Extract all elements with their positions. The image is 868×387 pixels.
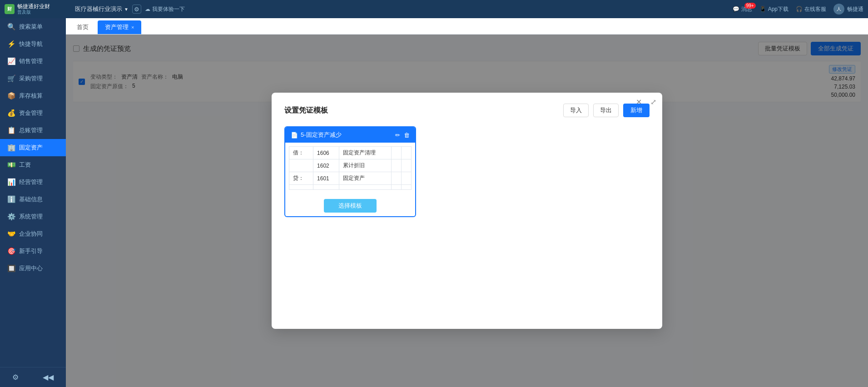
sidebar-collapse-icon[interactable]: ◀◀ bbox=[41, 371, 55, 383]
entry-code-1: 1602 bbox=[313, 159, 339, 172]
entry-code-0: 1606 bbox=[313, 147, 339, 159]
window-controls: ✕ ⤢ bbox=[633, 96, 659, 107]
sidebar-settings-icon[interactable]: ⚙ bbox=[10, 371, 20, 383]
sidebar: 🔍 搜索菜单 ⚡ 快捷导航 📈 销售管理 🛒 采购管理 📦 库存核算 💰 资金管… bbox=[0, 18, 66, 387]
sidebar-item-capital[interactable]: 💰 资金管理 bbox=[0, 104, 66, 122]
sidebar-label: 应用中心 bbox=[19, 264, 43, 273]
tab-home-label: 首页 bbox=[77, 23, 89, 31]
template-card-body: 借： 1606 固定资产清理 1602 累计折旧 bbox=[285, 143, 415, 194]
modal-title: 设置凭证模板 bbox=[284, 106, 328, 115]
sidebar-label: 快捷导航 bbox=[19, 40, 43, 48]
app-center-icon: 🔲 bbox=[7, 264, 15, 273]
sidebar-item-enterprise[interactable]: 🤝 企业协同 bbox=[0, 225, 66, 243]
app-download-button[interactable]: 📱 App下载 bbox=[759, 5, 789, 13]
template-entry-row bbox=[289, 185, 412, 190]
template-card-header: 📄 5-固定资产减少 ✏ 🗑 bbox=[285, 127, 415, 143]
sidebar-label: 经营管理 bbox=[19, 178, 43, 186]
entry-debit-0 bbox=[391, 147, 401, 159]
template-edit-icon[interactable]: ✏ bbox=[395, 132, 400, 139]
export-button[interactable]: 导出 bbox=[593, 104, 619, 117]
company-name: 医疗器械行业演示 bbox=[75, 5, 122, 13]
entry-direction-2: 贷： bbox=[289, 172, 313, 185]
logo-line2: 普及版 bbox=[17, 10, 50, 15]
entry-subject-2: 固定资产 bbox=[339, 172, 391, 185]
sidebar-item-inventory[interactable]: 📦 库存核算 bbox=[0, 87, 66, 104]
settings-icon[interactable]: ⚙ bbox=[132, 5, 141, 14]
sidebar-label: 基础信息 bbox=[19, 195, 43, 203]
capital-icon: 💰 bbox=[7, 109, 15, 117]
sidebar-item-purchase[interactable]: 🛒 采购管理 bbox=[0, 70, 66, 87]
app-download-label: App下载 bbox=[768, 5, 789, 13]
sidebar-label: 搜索菜单 bbox=[19, 23, 43, 31]
modal-set-voucher-template: ✕ ⤢ 设置凭证模板 导入 导出 新增 📄 bbox=[272, 93, 662, 329]
sidebar-item-operations[interactable]: 📊 经营管理 bbox=[0, 174, 66, 191]
topbar-right: 💬 消息 99+ 📱 App下载 🎧 在线客服 人 畅捷通 bbox=[733, 4, 863, 15]
sidebar-label: 采购管理 bbox=[19, 74, 43, 83]
template-header-actions: ✏ 🗑 bbox=[395, 132, 410, 139]
experience-icon: ☁ bbox=[145, 6, 150, 12]
fixed-assets-icon: 🏢 bbox=[7, 144, 15, 152]
logo-icon: 财 bbox=[5, 4, 15, 14]
entry-credit-2 bbox=[401, 172, 411, 185]
topbar: 财 畅捷通好业财 普及版 医疗器械行业演示 ▼ ⚙ ☁ 我要体验一下 💬 消息 … bbox=[0, 0, 868, 18]
sidebar-item-ledger[interactable]: 📋 总账管理 bbox=[0, 122, 66, 139]
experience-link[interactable]: ☁ 我要体验一下 bbox=[145, 5, 185, 13]
company-selector[interactable]: 医疗器械行业演示 ▼ bbox=[75, 5, 129, 13]
select-template-button[interactable]: 选择模板 bbox=[324, 199, 377, 213]
sidebar-item-guide[interactable]: 🎯 新手引导 bbox=[0, 243, 66, 260]
sidebar-item-sales[interactable]: 📈 销售管理 bbox=[0, 53, 66, 70]
template-entry-row: 借： 1606 固定资产清理 bbox=[289, 147, 412, 159]
user-menu[interactable]: 人 畅捷通 bbox=[833, 4, 863, 15]
sidebar-item-system[interactable]: ⚙️ 系统管理 bbox=[0, 208, 66, 225]
sidebar-label: 总账管理 bbox=[19, 126, 43, 134]
tab-asset-mgmt[interactable]: 资产管理 × bbox=[98, 20, 141, 34]
sidebar-item-fixed-assets[interactable]: 🏢 固定资产 bbox=[0, 139, 66, 156]
sidebar-item-quick-nav[interactable]: ⚡ 快捷导航 bbox=[0, 35, 66, 53]
template-number: 5 bbox=[301, 131, 304, 138]
entry-direction-1 bbox=[289, 159, 313, 172]
sidebar-label: 新手引导 bbox=[19, 247, 43, 255]
content-area: 生成的凭证预览 批量凭证模板 全部生成凭证 ✓ 变动类型： 资产清 资产名称： bbox=[66, 35, 868, 387]
download-icon: 📱 bbox=[759, 6, 766, 12]
sidebar-label: 企业协同 bbox=[19, 230, 43, 238]
sidebar-item-app-center[interactable]: 🔲 应用中心 bbox=[0, 260, 66, 277]
entry-direction-3 bbox=[289, 185, 313, 190]
entry-subject-1: 累计折旧 bbox=[339, 159, 391, 172]
tab-close-icon[interactable]: × bbox=[131, 25, 134, 30]
topbar-center: 医疗器械行业演示 ▼ ⚙ ☁ 我要体验一下 bbox=[70, 5, 733, 14]
main-area: 首页 资产管理 × 生成的凭证预览 批量凭证模板 全部生成凭证 ✓ bbox=[66, 18, 868, 387]
modal-maximize-button[interactable]: ⤢ bbox=[648, 96, 659, 107]
import-button[interactable]: 导入 bbox=[563, 104, 589, 117]
entry-code-2: 1601 bbox=[313, 172, 339, 185]
sidebar-label: 库存核算 bbox=[19, 92, 43, 100]
sidebar-label: 销售管理 bbox=[19, 57, 43, 65]
purchase-icon: 🛒 bbox=[7, 74, 15, 83]
sidebar-item-search-menu[interactable]: 🔍 搜索菜单 bbox=[0, 18, 66, 35]
system-icon: ⚙️ bbox=[7, 213, 15, 221]
experience-text: 我要体验一下 bbox=[152, 5, 185, 13]
sidebar-scroll: 🔍 搜索菜单 ⚡ 快捷导航 📈 销售管理 🛒 采购管理 📦 库存核算 💰 资金管… bbox=[0, 18, 66, 367]
template-delete-icon[interactable]: 🗑 bbox=[404, 132, 410, 139]
template-entries-table: 借： 1606 固定资产清理 1602 累计折旧 bbox=[289, 146, 412, 190]
modal-close-button[interactable]: ✕ bbox=[633, 96, 644, 107]
message-button[interactable]: 💬 消息 99+ bbox=[733, 5, 752, 13]
sidebar-item-basic-info[interactable]: ℹ️ 基础信息 bbox=[0, 191, 66, 208]
guide-icon: 🎯 bbox=[7, 247, 15, 255]
entry-subject-3 bbox=[339, 185, 391, 190]
entry-debit-1 bbox=[391, 159, 401, 172]
entry-subject-0: 固定资产清理 bbox=[339, 147, 391, 159]
inventory-icon: 📦 bbox=[7, 92, 15, 100]
payroll-icon: 💵 bbox=[7, 161, 15, 169]
entry-debit-3 bbox=[391, 185, 401, 190]
modal-overlay: ✕ ⤢ 设置凭证模板 导入 导出 新增 📄 bbox=[66, 35, 868, 387]
sidebar-item-payroll[interactable]: 💵 工资 bbox=[0, 156, 66, 174]
template-name: 固定资产减少 bbox=[306, 131, 342, 138]
entry-code-3 bbox=[313, 185, 339, 190]
template-entry-row: 贷： 1601 固定资产 bbox=[289, 172, 412, 185]
template-card-footer: 选择模板 bbox=[285, 194, 415, 216]
tab-home[interactable]: 首页 bbox=[69, 20, 96, 34]
entry-direction-0: 借： bbox=[289, 147, 313, 159]
template-header-left: 📄 5-固定资产减少 bbox=[291, 131, 342, 139]
template-doc-icon: 📄 bbox=[291, 132, 298, 139]
customer-service-button[interactable]: 🎧 在线客服 bbox=[796, 5, 826, 13]
